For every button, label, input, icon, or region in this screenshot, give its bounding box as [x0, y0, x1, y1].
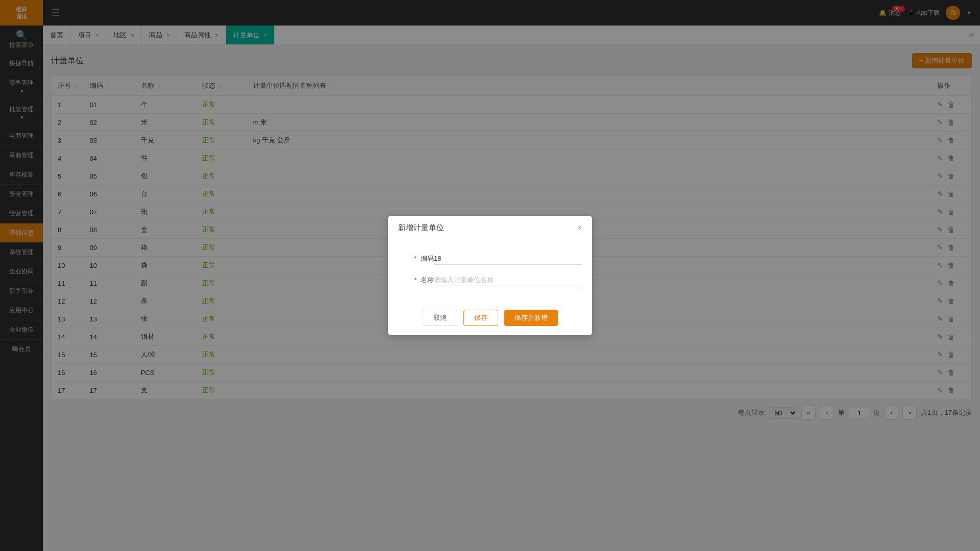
save-button[interactable]: 保存 [463, 310, 498, 326]
name-input[interactable] [434, 274, 582, 286]
modal-footer: 取消 保存 保存并新增 [388, 304, 592, 335]
required-mark-name: * [414, 276, 416, 284]
form-row-name: * 名称 [398, 274, 582, 286]
modal-title: 新增计量单位 [398, 223, 444, 233]
modal-body: * 编码 * 名称 [388, 240, 592, 304]
code-label: * 编码 [398, 254, 434, 263]
add-unit-modal: 新增计量单位 × * 编码 * 名称 取消 保存 保存并新增 [388, 216, 592, 335]
cancel-button[interactable]: 取消 [423, 310, 457, 326]
modal-header: 新增计量单位 × [388, 216, 592, 240]
form-row-code: * 编码 [398, 253, 582, 265]
required-mark: * [414, 255, 416, 262]
modal-close-btn[interactable]: × [577, 223, 582, 233]
save-new-button[interactable]: 保存并新增 [504, 310, 558, 326]
modal-overlay[interactable]: 新增计量单位 × * 编码 * 名称 取消 保存 保存并新增 [0, 0, 980, 551]
code-input[interactable] [434, 253, 582, 265]
name-label: * 名称 [398, 276, 434, 285]
